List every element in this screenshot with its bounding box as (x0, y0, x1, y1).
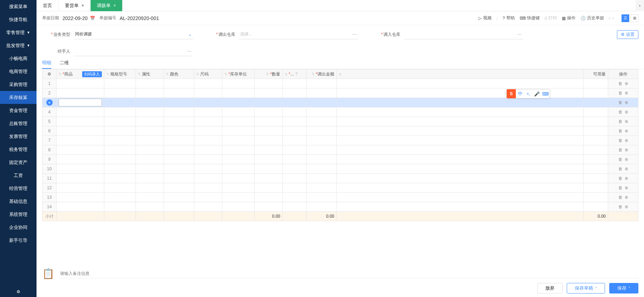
insert-row-icon[interactable]: ⊕ (625, 176, 628, 181)
insert-row-icon[interactable]: ⊕ (625, 138, 628, 143)
sidebar-item-quick-nav[interactable]: 快捷导航 (0, 13, 37, 26)
delete-row-icon[interactable]: 🗑 (618, 195, 623, 200)
insert-row-icon[interactable]: ⊕ (625, 110, 628, 114)
col-qty[interactable]: ⇅ *数量 (255, 70, 283, 79)
sidebar-item-search-menu[interactable]: 搜索菜单 (0, 0, 37, 13)
sidebar-item-ledger[interactable]: 总账管理 (0, 117, 37, 130)
delete-row-icon[interactable]: 🗑 (618, 91, 623, 95)
subtab-2d[interactable]: 二维 (60, 60, 69, 69)
help-link[interactable]: ?帮助 (502, 15, 515, 21)
table-row[interactable]: 10🗑⊕ (42, 164, 638, 174)
notes-input[interactable] (59, 269, 638, 278)
table-row[interactable]: +🗑⊕ (42, 98, 638, 107)
delete-row-icon[interactable]: 🗑 (618, 100, 623, 105)
delete-row-icon[interactable]: 🗑 (618, 147, 623, 152)
prev-doc[interactable]: ‹ (609, 16, 610, 21)
table-row[interactable]: 5🗑⊕ (42, 117, 638, 126)
col-color[interactable]: ⇅ 颜色 (164, 70, 194, 79)
table-row[interactable]: 14🗑⊕ (42, 202, 638, 212)
table-row[interactable]: 13🗑⊕ (42, 193, 638, 202)
col-product[interactable]: ⇅ *商品扫码录入 (57, 70, 104, 79)
insert-row-icon[interactable]: ⊕ (625, 185, 628, 190)
next-doc[interactable]: › (612, 16, 614, 21)
video-link[interactable]: ▷视频 (479, 15, 492, 21)
sidebar-item-invoice[interactable]: 发票管理 (0, 130, 37, 143)
close-icon[interactable]: × (81, 3, 84, 8)
table-row[interactable]: 4🗑⊕ (42, 107, 638, 117)
insert-row-icon[interactable]: ⊕ (625, 195, 628, 200)
view-grid[interactable]: ⊞ (631, 14, 638, 22)
sidebar-item-retail[interactable]: 零售管理▼ (0, 26, 37, 39)
ime-mic-icon[interactable]: 🎤 (533, 91, 541, 97)
sidebar-item-guide[interactable]: 新手引导 (0, 234, 37, 247)
tab-request[interactable]: 要货单× (59, 0, 91, 11)
product-input[interactable] (59, 99, 102, 106)
ime-keyboard-icon[interactable]: ⌨ (541, 91, 550, 97)
col-unit[interactable]: ⇅ *库存单位 (222, 70, 255, 79)
sidebar-item-wholesale[interactable]: 批发管理▼ (0, 39, 37, 52)
table-row[interactable]: 7🗑⊕ (42, 136, 638, 145)
sidebar-item-collab[interactable]: 企业协同 (0, 221, 37, 234)
date-value[interactable]: 2022-09-20 (63, 15, 88, 21)
insert-row-icon[interactable]: ⊕ (625, 166, 628, 171)
discard-button[interactable]: 放弃 (537, 283, 563, 293)
handler-select[interactable]: ⋯ (74, 46, 193, 56)
sidebar-item-ecommerce-xc[interactable]: 小畅电商 (0, 52, 37, 65)
ime-punct[interactable]: •, (524, 91, 533, 97)
insert-row-icon[interactable]: ⊕ (625, 100, 628, 105)
scan-button[interactable]: 扫码录入 (82, 71, 102, 77)
subtab-detail[interactable]: 明细 (42, 60, 51, 69)
operate-link[interactable]: ▦操作 (562, 15, 576, 21)
insert-row-icon[interactable]: ⊕ (625, 204, 628, 209)
insert-row-icon[interactable]: ⊕ (625, 119, 628, 124)
delete-row-icon[interactable]: 🗑 (618, 81, 623, 86)
sidebar-item-purchase[interactable]: 采购管理 (0, 78, 37, 91)
insert-row-icon[interactable]: ⊕ (625, 91, 628, 95)
settings-button[interactable]: ⚙设置 (617, 30, 638, 39)
sidebar-item-funds[interactable]: 资金管理 (0, 104, 37, 117)
col-attr[interactable]: ⇅ 属性 (136, 70, 164, 79)
delete-row-icon[interactable]: 🗑 (618, 204, 623, 209)
delete-row-icon[interactable]: 🗑 (618, 166, 623, 171)
table-row[interactable]: 6🗑⊕ (42, 126, 638, 136)
sidebar-item-salary[interactable]: 工资 (0, 169, 37, 182)
table-row[interactable]: 1🗑⊕ (42, 79, 638, 88)
ime-lang[interactable]: 中 (516, 91, 524, 97)
col-spec[interactable]: ⇅ 规格型号 (104, 70, 136, 79)
tab-transfer[interactable]: 调拨单× (91, 0, 123, 11)
close-icon[interactable]: × (113, 3, 116, 8)
insert-row-icon[interactable]: ⊕ (625, 147, 628, 152)
table-row[interactable]: 8🗑⊕ (42, 145, 638, 155)
history-link[interactable]: 🕓历史单据 (580, 15, 604, 21)
col-price[interactable]: ⇅ *...? (283, 70, 307, 79)
shortcut-link[interactable]: ⌨快捷键 (520, 15, 540, 21)
col-size[interactable]: ⇅ 尺码 (194, 70, 222, 79)
sidebar-item-assets[interactable]: 固定资产 (0, 156, 37, 169)
view-list[interactable]: ☰ (622, 14, 629, 22)
sidebar-item-system[interactable]: 系统管理 (0, 208, 37, 221)
delete-row-icon[interactable]: 🗑 (618, 138, 623, 143)
table-row[interactable]: 12🗑⊕ (42, 183, 638, 193)
sidebar-item-tax[interactable]: 税务管理 (0, 143, 37, 156)
save-draft-button[interactable]: 保存草稿˄ (567, 283, 605, 293)
table-row[interactable]: 11🗑⊕ (42, 174, 638, 183)
tab-home[interactable]: 首页 (37, 0, 59, 11)
sidebar-item-ecommerce[interactable]: 电商管理 (0, 65, 37, 78)
col-amount[interactable]: ⇅ *调出金额 (307, 70, 337, 79)
ime-toolbar[interactable]: S 中 •, 🎤 ⌨ (506, 89, 550, 98)
tabs-expand[interactable]: › (636, 0, 644, 11)
gear-header[interactable]: ⚙ (42, 70, 57, 79)
table-row[interactable]: 9🗑⊕ (42, 155, 638, 164)
delete-row-icon[interactable]: 🗑 (618, 176, 623, 181)
save-button[interactable]: 保存˄ (609, 283, 638, 293)
calendar-icon[interactable]: 📅 (90, 16, 95, 21)
insert-row-icon[interactable]: ⊕ (625, 81, 628, 86)
in-warehouse-select[interactable]: ⋯ (404, 29, 523, 39)
sidebar-item-inventory[interactable]: 库存核算 (0, 91, 37, 104)
add-row-button[interactable]: + (46, 99, 53, 106)
col-avail[interactable]: 可用量 (584, 70, 608, 79)
insert-row-icon[interactable]: ⊕ (625, 128, 628, 133)
delete-row-icon[interactable]: 🗑 (618, 128, 623, 133)
delete-row-icon[interactable]: 🗑 (618, 185, 623, 190)
sidebar-item-business[interactable]: 经营管理 (0, 182, 37, 195)
